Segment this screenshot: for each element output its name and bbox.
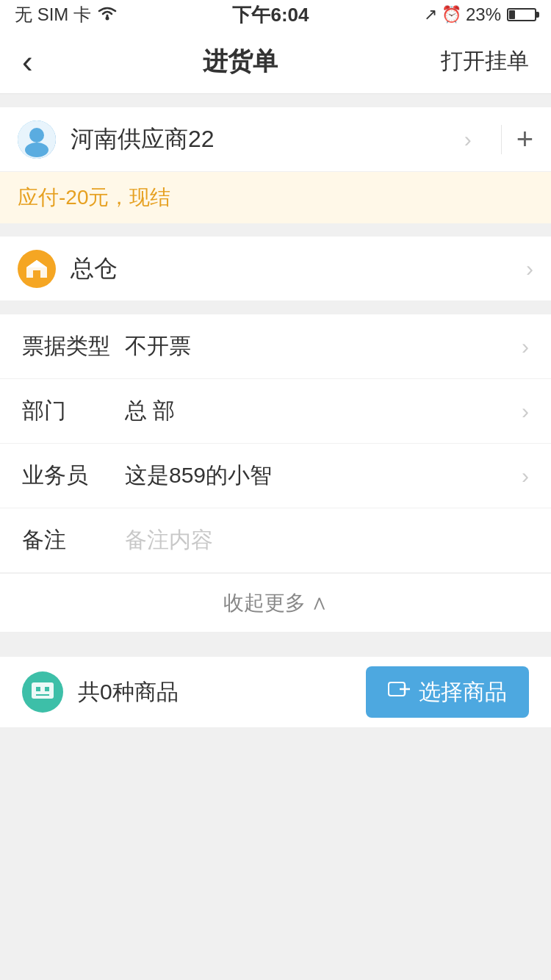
carrier-text: 无 SIM 卡 (15, 3, 91, 26)
section-divider-top (0, 94, 551, 107)
wifi-icon (97, 4, 118, 25)
supplier-row[interactable]: 河南供应商22 › + (0, 107, 551, 172)
department-label: 部门 (22, 396, 125, 426)
section-divider-2 (0, 223, 551, 237)
supplier-v-divider (501, 125, 502, 154)
invoice-type-row[interactable]: 票据类型 不开票 › (0, 314, 551, 379)
bottom-bar: 共0种商品 选择商品 (0, 657, 551, 727)
supplier-section: 河南供应商22 › + 应付-20元，现结 (0, 107, 551, 223)
svg-rect-5 (32, 682, 54, 699)
salesperson-row[interactable]: 业务员 这是859的小智 › (0, 444, 551, 508)
department-arrow-icon: › (522, 399, 529, 424)
location-icon: ↗ (424, 5, 437, 24)
status-bar: 无 SIM 卡 下午6:04 ↗ ⏰ 23% (0, 0, 551, 29)
status-left: 无 SIM 卡 (15, 3, 118, 26)
battery-icon (507, 8, 536, 21)
section-divider-4 (0, 632, 551, 645)
status-right: ↗ ⏰ 23% (424, 4, 536, 25)
nav-bar: ‹ 进货单 打开挂单 (0, 29, 551, 94)
select-product-label: 选择商品 (419, 677, 507, 707)
notice-bar: 应付-20元，现结 (0, 172, 551, 223)
collapse-label: 收起更多 ∧ (223, 589, 328, 617)
notice-text: 应付-20元，现结 (18, 186, 170, 209)
form-section: 票据类型 不开票 › 部门 总 部 › 业务员 这是859的小智 › 备注 备注… (0, 314, 551, 632)
invoice-type-arrow-icon: › (522, 334, 529, 359)
svg-point-0 (106, 17, 109, 21)
add-supplier-button[interactable]: + (516, 123, 533, 156)
department-value: 总 部 (125, 396, 522, 426)
svg-rect-7 (45, 687, 49, 691)
supplier-name: 河南供应商22 (71, 123, 464, 156)
status-time: 下午6:04 (232, 2, 309, 28)
warehouse-row[interactable]: 总仓 › (0, 237, 551, 301)
alarm-icon: ⏰ (442, 5, 461, 24)
svg-point-2 (29, 128, 44, 143)
section-divider-3 (0, 301, 551, 314)
remark-row[interactable]: 备注 备注内容 (0, 508, 551, 573)
back-button[interactable]: ‹ (15, 36, 40, 87)
open-pending-button[interactable]: 打开挂单 (441, 46, 529, 76)
department-row[interactable]: 部门 总 部 › (0, 379, 551, 444)
svg-point-3 (25, 143, 48, 157)
svg-rect-6 (36, 687, 40, 691)
battery-text: 23% (466, 4, 501, 25)
supplier-avatar (18, 120, 56, 159)
page-title: 进货单 (203, 45, 278, 79)
warehouse-arrow-icon: › (526, 256, 533, 281)
svg-rect-8 (36, 694, 49, 696)
warehouse-name: 总仓 (71, 253, 526, 285)
svg-rect-4 (33, 270, 40, 278)
invoice-type-label: 票据类型 (22, 331, 125, 361)
warehouse-icon (18, 250, 56, 288)
salesperson-value: 这是859的小智 (125, 461, 522, 491)
select-product-button[interactable]: 选择商品 (366, 666, 529, 718)
salesperson-label: 业务员 (22, 461, 125, 491)
salesperson-arrow-icon: › (522, 464, 529, 489)
remark-label: 备注 (22, 525, 125, 555)
product-icon (22, 671, 63, 713)
product-count-text: 共0种商品 (78, 677, 366, 707)
collapse-row[interactable]: 收起更多 ∧ (0, 573, 551, 632)
invoice-type-value: 不开票 (125, 331, 522, 361)
supplier-arrow-icon: › (464, 127, 472, 152)
remark-placeholder[interactable]: 备注内容 (125, 525, 529, 555)
